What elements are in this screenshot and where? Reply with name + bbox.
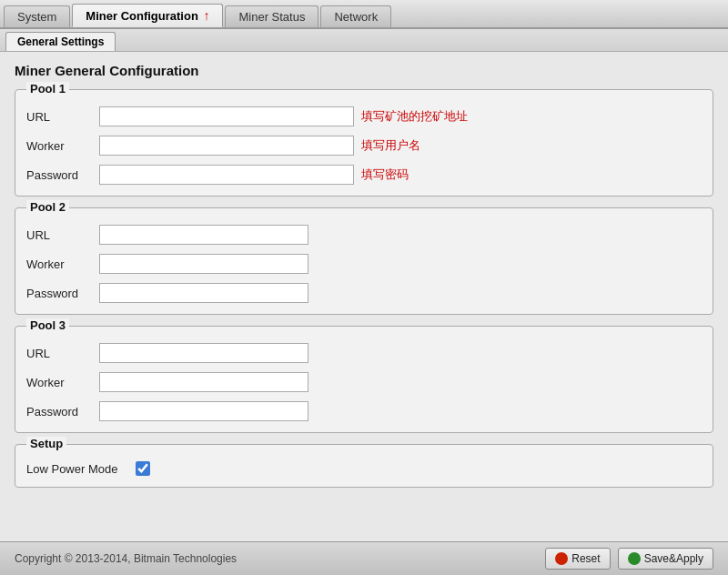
pool2-url-input[interactable]: [99, 225, 308, 245]
reset-label: Reset: [571, 552, 600, 565]
pool3-worker-input[interactable]: [99, 372, 308, 392]
low-power-mode-row: Low Power Mode: [26, 461, 702, 476]
pool3-worker-row: Worker: [26, 372, 702, 392]
pool2-section: Pool 2 URL Worker Password: [15, 207, 713, 315]
pool1-section: Pool 1 URL 填写矿池的挖矿地址 Worker 填写用户名 Passwo…: [15, 89, 713, 197]
subtab-general-settings-label: General Settings: [17, 35, 104, 48]
pool1-worker-row: Worker 填写用户名: [26, 136, 702, 156]
tab-arrow-icon: ↑: [203, 8, 209, 23]
main-content: General Settings Miner General Configura…: [0, 29, 728, 541]
pool2-password-label: Password: [26, 287, 99, 300]
pool1-password-label: Password: [26, 168, 99, 182]
pool2-worker-row: Worker: [26, 254, 702, 274]
tab-system[interactable]: System: [4, 5, 70, 27]
pool1-worker-annotation: 填写用户名: [361, 137, 420, 154]
pool1-password-input[interactable]: [99, 165, 354, 185]
pool3-worker-label: Worker: [26, 376, 99, 389]
pool1-url-input[interactable]: [99, 106, 354, 126]
save-icon: [628, 552, 641, 565]
tab-miner-config-label: Miner Configuration: [86, 9, 198, 23]
reset-icon: [555, 552, 568, 565]
reset-button[interactable]: Reset: [545, 548, 610, 570]
tab-system-label: System: [17, 10, 56, 24]
pool2-worker-input[interactable]: [99, 254, 308, 274]
setup-section: Setup Low Power Mode: [15, 444, 713, 488]
tab-bar: System Miner Configuration ↑ Miner Statu…: [0, 0, 728, 29]
pool1-url-label: URL: [26, 110, 99, 124]
page-body: Miner General Configuration Pool 1 URL 填…: [0, 52, 728, 541]
pool2-url-row: URL: [26, 225, 702, 245]
pool1-password-annotation: 填写密码: [361, 166, 409, 183]
pool2-url-label: URL: [26, 228, 99, 242]
pool3-password-input[interactable]: [99, 401, 308, 421]
pool3-url-label: URL: [26, 347, 99, 360]
pool1-password-row: Password 填写密码: [26, 165, 702, 185]
footer-buttons: Reset Save&Apply: [545, 548, 713, 570]
tab-miner-status[interactable]: Miner Status: [225, 5, 318, 27]
pool1-worker-label: Worker: [26, 139, 99, 153]
pool1-worker-input[interactable]: [99, 136, 354, 156]
footer-copyright: Copyright © 2013-2014, Bitmain Technolog…: [15, 552, 237, 565]
save-label: Save&Apply: [644, 552, 703, 565]
pool3-password-row: Password: [26, 401, 702, 421]
setup-legend: Setup: [26, 437, 66, 450]
save-apply-button[interactable]: Save&Apply: [618, 548, 713, 570]
tab-network-label: Network: [334, 10, 378, 24]
pool2-password-input[interactable]: [99, 283, 308, 303]
pool2-worker-label: Worker: [26, 257, 99, 271]
sub-tab-bar: General Settings: [0, 29, 728, 52]
pool2-password-row: Password: [26, 283, 702, 303]
page-title: Miner General Configuration: [15, 63, 713, 78]
pool3-legend: Pool 3: [26, 318, 69, 332]
pool3-section: Pool 3 URL Worker Password: [15, 326, 713, 433]
pool2-legend: Pool 2: [26, 200, 69, 214]
pool3-url-row: URL: [26, 343, 702, 363]
pool1-url-annotation: 填写矿池的挖矿地址: [361, 108, 468, 125]
pool1-url-row: URL 填写矿池的挖矿地址: [26, 106, 702, 126]
low-power-mode-label: Low Power Mode: [26, 462, 136, 476]
pool1-legend: Pool 1: [26, 82, 69, 96]
low-power-mode-checkbox[interactable]: [136, 461, 150, 476]
tab-network[interactable]: Network: [320, 5, 391, 27]
footer: Copyright © 2013-2014, Bitmain Technolog…: [0, 541, 728, 575]
subtab-general-settings[interactable]: General Settings: [5, 32, 116, 51]
tab-miner-config[interactable]: Miner Configuration ↑: [72, 4, 223, 27]
tab-miner-status-label: Miner Status: [238, 10, 305, 24]
pool3-url-input[interactable]: [99, 343, 308, 363]
pool3-password-label: Password: [26, 405, 99, 419]
